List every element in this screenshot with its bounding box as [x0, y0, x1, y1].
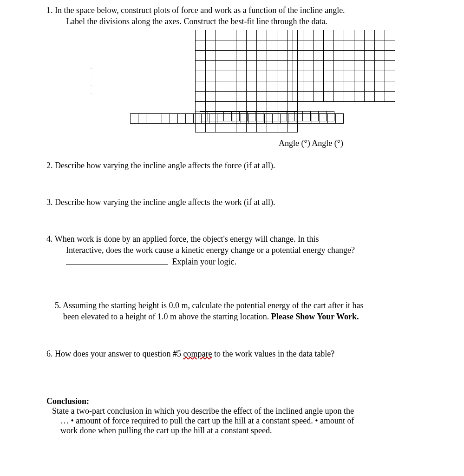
- q6-before: 6. How does your answer to question #5: [46, 349, 183, 358]
- q5-line2-wrap: been elevated to a height of 1.0 m above…: [55, 311, 418, 322]
- q5-line1: 5. Assuming the starting height is 0.0 m…: [55, 301, 364, 310]
- conclusion-line2: … • amount of force required to pull the…: [60, 416, 354, 425]
- q3-text: 3. Describe how varying the incline angl…: [46, 197, 418, 208]
- grid-overlay-table: [200, 111, 334, 121]
- question-2: 2. Describe how varying the incline angl…: [46, 160, 418, 171]
- conclusion-section: Conclusion: State a two-part conclusion …: [46, 397, 418, 436]
- q5-line2b: Please Show Your Work.: [271, 312, 359, 321]
- q6-after: to the work values in the data table?: [212, 349, 334, 358]
- q6-wavy: compare: [183, 349, 212, 358]
- faint-axis-dots: ·····: [91, 65, 93, 106]
- q4-line2: Interactive, does the work cause a kinet…: [66, 245, 355, 255]
- q2-text: 2. Describe how varying the incline angl…: [46, 160, 418, 171]
- question-6: 6. How does your answer to question #5 c…: [46, 348, 418, 359]
- question-5: 5. Assuming the starting height is 0.0 m…: [46, 300, 418, 323]
- worksheet-page: 1. In the space below, construct plots o…: [0, 0, 464, 454]
- conclusion-body: State a two-part conclusion in which you…: [46, 406, 418, 436]
- conclusion-lines23: … • amount of force required to pull the…: [52, 416, 418, 436]
- q1-text: 1. In the space below, construct plots o…: [46, 5, 418, 27]
- q4-text: 4. When work is done by an applied force…: [46, 233, 418, 267]
- question-3: 3. Describe how varying the incline angl…: [46, 197, 418, 208]
- q1-line2: Label the divisions along the axes. Cons…: [46, 16, 418, 27]
- q1-line1: 1. In the space below, construct plots o…: [46, 6, 345, 15]
- q4-line2-wrap: Interactive, does the work cause a kinet…: [46, 245, 418, 267]
- q4-blank[interactable]: [66, 264, 168, 264]
- plot-grids-area: ·····: [46, 30, 418, 137]
- q4-after-blank: Explain your logic.: [170, 257, 236, 266]
- conclusion-heading: Conclusion:: [46, 397, 89, 406]
- q6-text: 6. How does your answer to question #5 c…: [46, 348, 418, 359]
- q5-line2a: been elevated to a height of 1.0 m above…: [63, 312, 271, 321]
- axis-labels: Angle (°) Angle (°): [46, 139, 418, 148]
- q4-line1: 4. When work is done by an applied force…: [46, 234, 319, 244]
- grid-b-table: [293, 30, 395, 102]
- plot-grid-right: [293, 30, 395, 102]
- q5-text: 5. Assuming the starting height is 0.0 m…: [55, 300, 418, 323]
- question-4: 4. When work is done by an applied force…: [46, 233, 418, 267]
- conclusion-line1: State a two-part conclusion in which you…: [52, 406, 354, 416]
- conclusion-line3: work done when pulling the cart up the h…: [60, 426, 272, 435]
- question-1: 1. In the space below, construct plots o…: [46, 5, 418, 148]
- plot-grid-overlay: [200, 111, 334, 121]
